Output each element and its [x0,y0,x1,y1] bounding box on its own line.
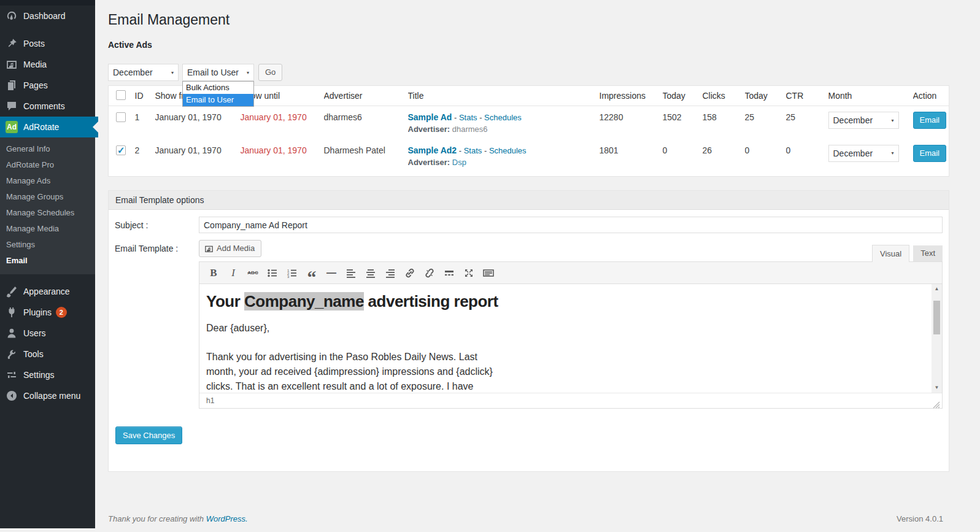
pages-icon [6,79,18,91]
current-menu-arrow [93,121,98,133]
sidebar-item-label: Comments [23,101,65,111]
sidebar-item-label: Settings [23,370,55,380]
go-button[interactable]: Go [258,64,282,81]
numbered-list-icon[interactable]: 123 [284,266,300,280]
submenu-item-manage-schedules[interactable]: Manage Schedules [0,205,95,221]
sidebar-item-appearance[interactable]: Appearance [0,281,95,302]
adrotate-submenu: General Info AdRotate Pro Manage Ads Man… [0,137,95,274]
row-month-select[interactable]: December▾ [828,145,899,162]
submenu-item-settings[interactable]: Settings [0,237,95,253]
footer-thanks: Thank you for creating with WordPress. [108,514,248,523]
cell-ctr: 25 [786,106,828,139]
add-media-button[interactable]: Add Media [199,240,261,257]
sidebar-item-settings[interactable]: Settings [0,364,95,385]
submenu-item-general-info[interactable]: General Info [0,141,95,157]
email-button[interactable]: Email [913,145,947,162]
bullet-list-icon[interactable] [264,266,280,280]
cell-clicks: 158 [703,106,745,139]
schedules-link[interactable]: Schedules [489,146,527,155]
cell-title: Sample Ad2 - Stats - Schedules Advertise… [408,139,600,177]
blockquote-icon[interactable]: “ [304,266,320,280]
sidebar-item-plugins[interactable]: Plugins 2 [0,302,95,323]
align-left-icon[interactable] [343,266,359,280]
comments-icon [6,100,18,112]
cell-action: Email [913,139,949,177]
menu-separator [0,274,95,281]
advertiser-value: dharmes6 [452,125,488,134]
more-tag-icon[interactable] [441,266,457,280]
row-month-select[interactable]: December▾ [828,112,899,129]
save-changes-button[interactable]: Save Changes [115,426,182,444]
row-checkbox[interactable] [116,112,126,122]
link-icon[interactable] [402,266,418,280]
appearance-icon [6,285,18,298]
sidebar-item-label: Users [23,328,46,338]
sidebar-item-media[interactable]: Media [0,54,95,75]
ad-title-link[interactable]: Sample Ad2 [408,145,457,155]
cell-today-impressions: 1502 [663,106,703,139]
sidebar-item-pages[interactable]: Pages [0,75,95,96]
italic-icon[interactable]: I [225,266,241,280]
submenu-item-email[interactable]: Email [0,253,95,269]
stats-link[interactable]: Stats [464,146,482,155]
submenu-item-manage-groups[interactable]: Manage Groups [0,189,95,205]
sidebar-item-label: Media [23,60,47,69]
cell-show-from: January 01, 1970 [155,106,241,139]
chevron-down-icon: ▾ [171,70,174,75]
email-button[interactable]: Email [913,112,947,129]
sidebar-item-users[interactable]: Users [0,323,95,344]
month-filter-select[interactable]: December ▾ [108,64,179,81]
media-icon [204,244,214,253]
resize-handle-icon[interactable] [933,399,940,406]
sidebar-item-label: AdRotate [23,122,59,132]
wordpress-link[interactable]: WordPress. [206,514,248,523]
sidebar-item-posts[interactable]: Posts [0,33,95,54]
tab-text[interactable]: Text [913,245,943,261]
fullscreen-icon[interactable] [461,266,477,280]
section-title: Active Ads [108,40,949,50]
sidebar-item-dashboard[interactable]: Dashboard [0,6,95,26]
month-filter-value: December [113,67,153,77]
cell-ctr: 0 [786,139,828,177]
select-all-checkbox[interactable] [116,90,126,100]
sidebar-item-comments[interactable]: Comments [0,96,95,117]
bold-icon[interactable]: B [206,266,222,280]
sidebar-item-collapse-menu[interactable]: Collapse menu [0,385,95,406]
chevron-down-icon: ▾ [247,70,249,75]
cell-id: 1 [135,106,155,139]
horizontal-rule-icon[interactable]: — [323,266,339,280]
sidebar-item-label: Pages [23,80,48,90]
submenu-item-manage-media[interactable]: Manage Media [0,221,95,237]
submenu-item-manage-ads[interactable]: Manage Ads [0,173,95,189]
sidebar-item-tools[interactable]: Tools [0,344,95,364]
settings-icon [6,369,18,381]
cell-id: 2 [135,139,155,177]
stats-link[interactable]: Stats [459,113,477,122]
editor-scrollbar[interactable]: ▲ ▼ [932,284,942,393]
editor-content[interactable]: Your Company_name advertising report Dea… [199,284,942,393]
dropdown-option-bulk-actions[interactable]: Bulk Actions [183,82,253,94]
scroll-down-icon[interactable]: ▼ [932,383,942,393]
cell-impressions: 1801 [600,139,663,177]
tab-visual[interactable]: Visual [872,245,909,262]
bulk-action-select[interactable]: Email to User ▾ [182,64,254,81]
align-center-icon[interactable] [363,266,379,280]
submenu-item-adrotate-pro[interactable]: AdRotate Pro [0,157,95,173]
align-right-icon[interactable] [382,266,398,280]
col-header-title: Title [408,86,600,106]
scroll-up-icon[interactable]: ▲ [932,284,942,294]
strikethrough-icon[interactable]: ABC [245,266,261,280]
cell-month: December▾ [828,106,913,139]
row-checkbox[interactable] [116,145,126,155]
unlink-icon[interactable] [422,266,438,280]
sidebar-item-adrotate[interactable]: Ad AdRotate [0,117,98,137]
dropdown-option-email-to-user[interactable]: Email to User [183,94,253,106]
sidebar-item-label: Plugins [23,307,52,317]
subject-input[interactable] [199,217,943,233]
toolbar-toggle-icon[interactable] [480,266,496,280]
users-icon [6,327,18,339]
scrollbar-thumb[interactable] [933,301,940,334]
ad-title-link[interactable]: Sample Ad [408,112,452,122]
schedules-link[interactable]: Schedules [484,113,522,122]
admin-content: Email Management Active Ads December ▾ E… [95,0,980,532]
